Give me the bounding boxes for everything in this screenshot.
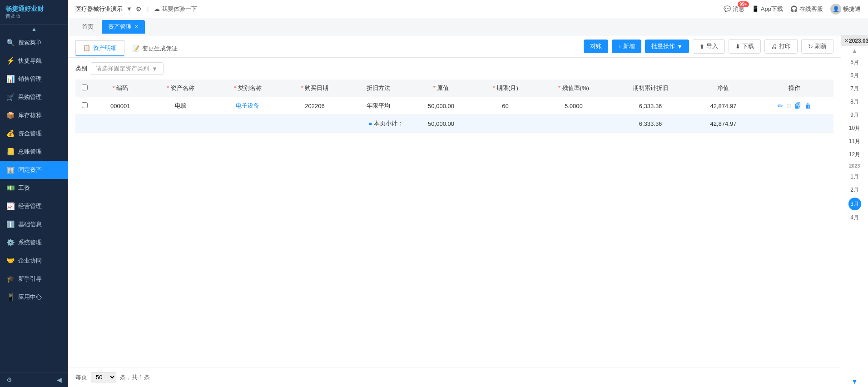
sidebar-item-label: 基础信息 xyxy=(18,220,42,228)
delete-icon[interactable]: 🗑 xyxy=(805,102,811,109)
subtotal-empty4 xyxy=(473,115,537,133)
panel-year-label: 2023.03 xyxy=(849,38,868,44)
download-icon: ⬇ xyxy=(735,43,740,50)
notification-button[interactable]: 💬 消息 99+ xyxy=(724,5,744,13)
cell-name: 电脑 xyxy=(147,97,214,115)
month-4[interactable]: 4月 xyxy=(841,211,868,224)
month-1[interactable]: 1月 xyxy=(841,170,868,184)
sidebar-item-label: 工资 xyxy=(18,184,30,192)
cell-depreciation-method: 年限平均 xyxy=(348,97,409,115)
duplicate-icon[interactable]: 🗐 xyxy=(795,102,801,109)
settings-icon[interactable]: ⚙ xyxy=(6,376,12,383)
online-service-label: 在线客服 xyxy=(799,5,823,13)
panel-close-icon[interactable]: ✕ xyxy=(844,37,849,44)
batch-button[interactable]: 批量操作 ▼ xyxy=(645,40,689,53)
user-menu[interactable]: 👤 畅捷通 xyxy=(830,4,861,15)
month-5[interactable]: 5月 xyxy=(841,56,868,69)
panel-header-row: ✕ 2023.03 ⛶ xyxy=(841,35,868,46)
subtotal-empty5 xyxy=(537,115,610,133)
tab-asset-mgmt[interactable]: 资产管理 ✕ xyxy=(102,20,145,34)
sidebar-item-quick-nav[interactable]: ⚡ 快捷导航 xyxy=(0,52,68,70)
sidebar-item-app-center[interactable]: 📱 应用中心 xyxy=(0,288,68,306)
per-page-label: 每页 xyxy=(75,373,87,382)
scroll-up-icon[interactable]: ▲ xyxy=(850,46,859,56)
sidebar-item-fixed-assets[interactable]: 🏢 固定资产 xyxy=(0,161,68,179)
month-12[interactable]: 12月 xyxy=(841,148,868,161)
sidebar-item-inventory[interactable]: 📦 库存核算 xyxy=(0,106,68,124)
print-button[interactable]: 🖨 打印 xyxy=(764,39,798,54)
topbar-gear-icon[interactable]: ⚙ xyxy=(136,5,142,13)
month-2[interactable]: 2月 xyxy=(841,184,868,197)
import-button[interactable]: ⬆ 导入 xyxy=(693,39,725,54)
filter-placeholder: 请选择固定资产类别 xyxy=(96,64,149,73)
import-icon: ⬆ xyxy=(699,43,704,50)
notification-icon: 💬 xyxy=(724,5,731,12)
edit-icon[interactable]: ✏ xyxy=(778,102,783,109)
header-name: * 资产名称 xyxy=(147,79,214,97)
select-all-checkbox[interactable] xyxy=(82,84,88,90)
main-panel: 📋 资产明细 📝 变更生成凭证 对账 + 新增 xyxy=(68,35,841,387)
sidebar-item-general-ledger[interactable]: 📒 总账管理 xyxy=(0,143,68,161)
sub-tab-change-voucher[interactable]: 📝 变更生成凭证 xyxy=(124,41,185,56)
sidebar-item-payroll[interactable]: 💵 工资 xyxy=(0,179,68,197)
sidebar-item-operations[interactable]: 📈 经营管理 xyxy=(0,197,68,215)
refresh-button[interactable]: ↻ 刷新 xyxy=(801,39,833,54)
collapse-icon[interactable]: ◀ xyxy=(57,376,62,383)
sidebar-scroll-up[interactable]: ▲ xyxy=(0,25,68,34)
month-6[interactable]: 6月 xyxy=(841,69,868,82)
sidebar-item-label: 固定资产 xyxy=(18,166,42,174)
cell-purchase-date: 202206 xyxy=(281,97,348,115)
subtotal-initial-depreciation: 6,333.36 xyxy=(610,115,691,133)
month-8[interactable]: 8月 xyxy=(841,95,868,109)
refresh-label: 刷新 xyxy=(815,42,827,50)
tabs-bar: 首页 资产管理 ✕ xyxy=(68,18,868,35)
sidebar-item-purchase[interactable]: 🛒 采购管理 xyxy=(0,88,68,106)
topbar-left: 医疗器械行业演示 ▼ ⚙ | ☁ 我要体验一下 xyxy=(75,5,197,13)
sidebar-item-guide[interactable]: 🎓 新手引导 xyxy=(0,270,68,288)
sidebar-item-basic-info[interactable]: ℹ️ 基础信息 xyxy=(0,215,68,233)
header-depreciation-method: 折旧方法 xyxy=(348,79,409,97)
per-page-select[interactable]: 50 10 20 100 xyxy=(91,372,116,382)
month-10[interactable]: 10月 xyxy=(841,122,868,135)
row-checkbox[interactable] xyxy=(82,102,88,108)
basic-info-icon: ℹ️ xyxy=(6,220,15,228)
sidebar-item-system[interactable]: ⚙️ 系统管理 xyxy=(0,233,68,252)
sub-tab-asset-detail[interactable]: 📋 资产明细 xyxy=(75,40,124,56)
logo-text: 畅捷通好业财 xyxy=(5,5,63,13)
cell-category: 电子设备 xyxy=(214,97,281,115)
sidebar-menu: 🔍 搜索菜单 ⚡ 快捷导航 📊 销售管理 🛒 采购管理 📦 库存核算 💰 资金管… xyxy=(0,34,68,372)
app-download-button[interactable]: 📱 App下载 xyxy=(752,5,783,13)
download-button[interactable]: ⬇ 下载 xyxy=(729,39,761,54)
tab-asset-mgmt-label: 资产管理 xyxy=(108,23,132,31)
sidebar-item-label: 经营管理 xyxy=(18,202,42,210)
tab-home[interactable]: 首页 xyxy=(75,20,100,34)
sidebar-item-finance[interactable]: 💰 资金管理 xyxy=(0,124,68,143)
add-button[interactable]: + 新增 xyxy=(612,40,641,53)
subtotal-row: ■ 本页小计： 50,000.00 6,333.36 42,874.97 xyxy=(75,115,833,133)
sidebar-item-enterprise[interactable]: 🤝 企业协同 xyxy=(0,252,68,270)
experience-button[interactable]: ☁ 我要体验一下 xyxy=(154,5,197,13)
reconcile-button[interactable]: 对账 xyxy=(584,40,608,53)
tab-close-icon[interactable]: ✕ xyxy=(134,24,139,30)
month-scroll-area: ▲ 5月 6月 7月 8月 9月 10月 11月 12月 2023 1月 2月 … xyxy=(841,46,868,387)
sidebar-item-label: 库存核算 xyxy=(18,111,42,119)
month-3-current[interactable]: 3月 xyxy=(848,198,861,210)
month-list: 5月 6月 7月 8月 9月 10月 11月 12月 2023 1月 2月 3月… xyxy=(841,56,868,376)
sidebar-item-sales[interactable]: 📊 销售管理 xyxy=(0,70,68,88)
online-service-button[interactable]: 🎧 在线客服 xyxy=(790,5,823,13)
cell-initial-depreciation: 6,333.36 xyxy=(610,97,691,115)
sidebar-item-label: 资金管理 xyxy=(18,129,42,138)
cloud-icon: ☁ xyxy=(154,5,160,12)
sales-icon: 📊 xyxy=(6,75,15,83)
header-original-value: * 原值 xyxy=(409,79,474,97)
month-7[interactable]: 7月 xyxy=(841,82,868,95)
copy-icon[interactable]: ⧉ xyxy=(787,102,791,110)
category-filter[interactable]: 请选择固定资产类别 ▼ xyxy=(91,62,164,75)
experience-text: 我要体验一下 xyxy=(162,5,197,13)
finance-icon: 💰 xyxy=(6,129,15,138)
month-9[interactable]: 9月 xyxy=(841,109,868,122)
sidebar-item-search[interactable]: 🔍 搜索菜单 xyxy=(0,34,68,52)
month-11[interactable]: 11月 xyxy=(841,135,868,148)
scroll-down-icon[interactable]: ▼ xyxy=(850,376,860,387)
company-dropdown-icon[interactable]: ▼ xyxy=(126,5,132,12)
